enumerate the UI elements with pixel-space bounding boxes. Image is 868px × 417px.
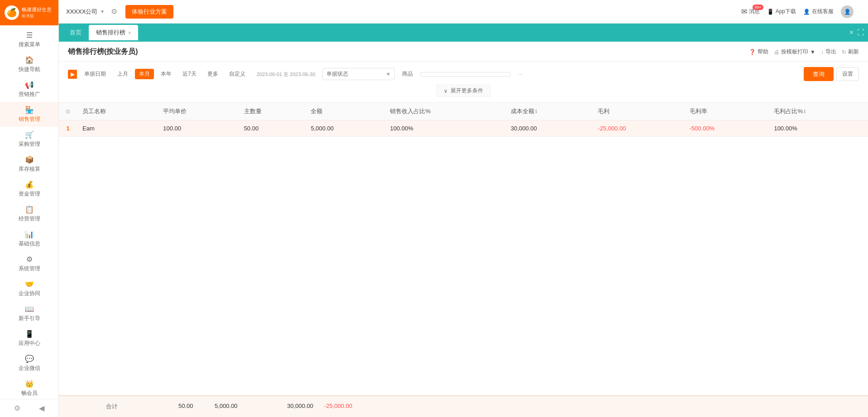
status-filter[interactable]: 单据状态 ▼ [322,68,395,80]
app-download-button[interactable]: 📱 App下载 [767,8,796,15]
sidebar-item-member[interactable]: 👑 畅会员 [0,376,58,399]
td-qty: 50.00 [239,120,306,137]
sidebar-logo: 🍊 畅康通好生意 标准版 [0,0,58,25]
filter-row-2: ∨ 展开更多条件 [68,85,859,97]
cost-info-icon: ℹ [535,109,537,114]
print-button[interactable]: 🖨 按模板打印 ▼ [774,48,815,56]
date-option-custom[interactable]: 自定义 [225,69,249,79]
help-button[interactable]: ❓ 帮助 [749,48,768,56]
td-sales-pct: 100.00% [384,120,505,137]
filter-collapse-btn[interactable]: ▶ [68,70,77,79]
inventory-icon: 📦 [25,155,34,164]
company-selector[interactable]: XXXXX公司 ▼ [66,8,105,16]
marketing-icon: 📢 [25,81,34,89]
search-menu-icon: ☰ [26,31,33,39]
sidebar-item-search[interactable]: ☰ 搜索菜单 [0,27,58,52]
basic-icon: 📊 [25,230,34,239]
th-settings[interactable]: ⚙ [59,103,77,120]
column-settings-icon[interactable]: ⚙ [65,108,71,115]
td-profit: -25,000.00 [592,120,684,137]
goods-filter[interactable] [420,72,511,77]
setting-button[interactable]: 设置 [836,67,859,81]
enterprise-icon: 🤝 [25,280,34,288]
table-footer: 合计 50.00 5,000.00 30,000.00 -25,000.00 [59,395,868,417]
sidebar-item-label: 搜索菜单 [19,41,40,48]
date-option-7days[interactable]: 近7天 [178,69,201,79]
logo-text: 畅康通好生意 [22,6,52,13]
sidebar-item-label: 新手引导 [19,315,40,322]
export-button[interactable]: ↓ 导出 [821,48,836,56]
trial-button[interactable]: 体验行业方案 [125,5,173,19]
help-icon: ❓ [749,49,756,55]
th-profit: 毛利 [592,103,684,120]
data-table-area: ⚙ 员工名称 平均单价 主数量 全额 销售收入占比% 成本全额ℹ 毛利 毛利率 … [59,103,868,395]
message-button[interactable]: ✉ 消息 99+ [741,7,760,16]
expand-more-btn[interactable]: ∨ 展开更多条件 [436,85,491,97]
help-label: 帮助 [758,48,768,56]
sidebar-item-label: 采购管理 [19,140,40,148]
sidebar-item-wechat[interactable]: 💬 企业微信 [0,351,58,376]
page-title-row: 销售排行榜(按业务员) ❓ 帮助 🖨 按模板打印 ▼ ↓ 导出 [68,47,859,61]
page-title: 销售排行榜(按业务员) [68,47,138,57]
sidebar-item-app[interactable]: 📱 应用中心 [0,326,58,351]
message-badge: 99+ [753,5,763,10]
date-option-more[interactable]: 更多 [203,69,222,79]
sidebar-item-finance[interactable]: 💰 资金管理 [0,177,58,201]
filter-area: ▶ 单据日期 上月 本月 本年 近7天 更多 自定义 2023-06-01 至 … [59,62,868,103]
app-icon: 📱 [25,330,34,338]
tabbar-expand-icon[interactable]: ⛶ [857,29,864,37]
sidebar-item-purchase[interactable]: 🛒 采购管理 [0,127,58,152]
content-area: 销售排行榜(按业务员) ❓ 帮助 🖨 按模板打印 ▼ ↓ 导出 [59,42,868,417]
filter-more-btn[interactable]: ··· [518,71,523,77]
th-name: 员工名称 [77,103,158,120]
sidebar-item-guide[interactable]: 📖 新手引导 [0,301,58,326]
footer-label: 合计 [101,401,137,412]
sidebar-item-sales[interactable]: 🏪 销售管理 [0,102,58,127]
th-amount: 全额 [305,103,384,120]
sidebar-item-marketing[interactable]: 📢 营销推广 [0,77,58,102]
refresh-button[interactable]: ↻ 刷新 [842,48,859,56]
date-range: 2023-06-01 至 2023-06-30 [257,71,316,78]
user-avatar[interactable]: 👤 [841,5,854,18]
settings-bottom-icon[interactable]: ⚙ [14,404,20,412]
td-cost: 30,000.00 [505,120,592,137]
tabbar: 首页 销售排行榜 × × ⛶ [59,24,868,42]
topbar-gear-icon[interactable]: ⚙ [111,7,117,16]
sidebar-item-operation[interactable]: 📋 经营管理 [0,201,58,226]
logo-icon: 🍊 [5,5,19,20]
td-name: Eam [77,120,158,137]
date-option-last-month[interactable]: 上月 [113,69,132,79]
sidebar-item-system[interactable]: ⚙ 系统管理 [0,251,58,276]
sidebar-item-label: 企业协同 [19,290,40,297]
footer-avg-price [137,401,173,412]
sidebar-item-enterprise[interactable]: 🤝 企业协同 [0,276,58,301]
tab-home-label: 首页 [70,29,82,37]
tab-close-icon[interactable]: × [128,30,131,35]
wechat-icon: 💬 [25,355,34,363]
tabbar-close-icon[interactable]: × [849,29,854,37]
sidebar-item-shortcut[interactable]: 🏠 快捷导航 [0,52,58,77]
guide-icon: 📖 [25,305,34,313]
sidebar-item-label: 畅会员 [21,389,38,397]
refresh-label: 刷新 [848,48,859,56]
tab-home[interactable]: 首页 [62,25,89,40]
tab-sales-ranking[interactable]: 销售排行榜 × [89,25,138,40]
query-button[interactable]: 查询 [804,67,834,81]
app-download-icon: 📱 [767,9,774,15]
system-icon: ⚙ [26,255,33,264]
td-amount: 5,000.00 [305,120,384,137]
status-label: 单据状态 [326,70,348,78]
logo-sub: 标准版 [22,13,52,19]
date-option-this-year[interactable]: 本年 [157,69,176,79]
online-service-button[interactable]: 👤 在线客服 [803,8,834,15]
goods-label: 商品 [402,70,413,78]
sidebar-item-label: 营销推广 [19,91,40,98]
date-option-this-month[interactable]: 本月 [135,69,154,79]
sidebar-item-label: 系统管理 [19,265,40,273]
sidebar-item-inventory[interactable]: 📦 库存核算 [0,152,58,177]
sales-ranking-table: ⚙ 员工名称 平均单价 主数量 全额 销售收入占比% 成本全额ℹ 毛利 毛利率 … [59,103,868,137]
operation-icon: 📋 [25,205,34,214]
sidebar-item-basic[interactable]: 📊 基础信息 [0,226,58,251]
collapse-icon[interactable]: ◀ [39,404,44,412]
footer-profit: -25,000.00 [319,401,358,412]
